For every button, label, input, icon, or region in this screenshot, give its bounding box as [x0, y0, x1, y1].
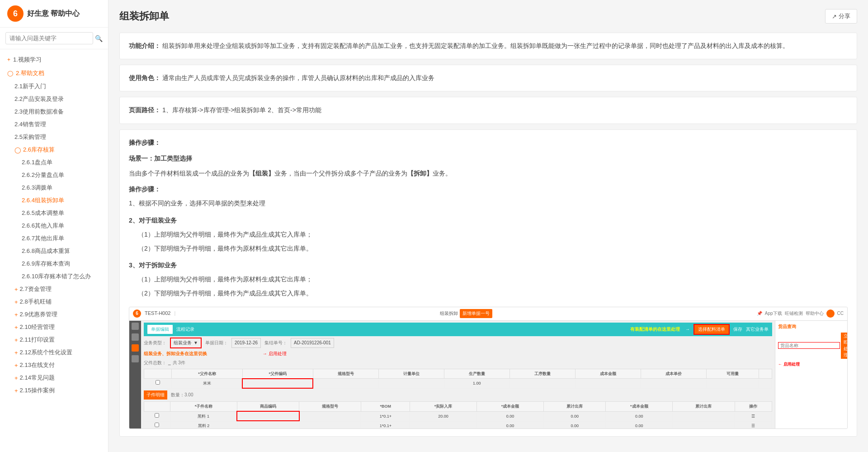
th-check: [144, 369, 172, 379]
btd-name: 黑料 1: [170, 411, 237, 421]
sidebar-item-cat211[interactable]: + 2.11打印设置: [0, 333, 108, 346]
step2-text: 2、对于组装业务: [129, 215, 848, 226]
steps-heading: 操作步骤：: [129, 137, 848, 148]
sidebar-item-sub23[interactable]: 2.3使用前数据准备: [0, 105, 108, 118]
sidebar-item-cat210[interactable]: + 2.10经营管理: [0, 321, 108, 333]
th-cost-unit: 成本单价: [641, 369, 706, 379]
right-annotation: ← 启用处理: [778, 361, 844, 368]
btd-cost2: 0.00: [606, 411, 673, 421]
sidebar-item-sub269[interactable]: 2.6.9库存账本查询: [0, 257, 108, 270]
sidebar-item-sub2610[interactable]: 2.6.10库存账本错了怎么办: [0, 270, 108, 283]
sidebar-item-cat28[interactable]: + 2.8手机旺铺: [0, 295, 108, 308]
td-cost-amt: [575, 379, 641, 388]
scene-label: 场景一：加工类型选择: [129, 153, 848, 164]
app-bar: 6 TEST-H002 | 组装拆卸 新增单据一号 📌 App下载 旺铺检测 帮…: [129, 307, 847, 321]
sidebar-item-sub263[interactable]: 2.6.3调拨单: [0, 181, 108, 194]
btd-check2: [144, 421, 170, 428]
app-username: CC: [837, 309, 844, 318]
sidebar-item-sub26[interactable]: ◯ 2.6库存核算: [0, 143, 108, 156]
sidebar-item-sub261[interactable]: 2.6.1盘点单: [0, 156, 108, 169]
teal-arrow: →: [685, 325, 690, 333]
bottom-info: 数量：3.00: [171, 391, 193, 399]
sidebar-item-cat2[interactable]: ◯ 2.帮助文档: [0, 67, 108, 80]
td-check: [144, 379, 172, 388]
td-process: [509, 379, 575, 388]
scene-desc: 当由多个子件材料组装成一个成品的业务为【组装】业务，当由一个父件拆分成多个子产品…: [129, 168, 848, 179]
form-label-date: 单据日期：: [205, 339, 228, 347]
sidebar-item-sub266[interactable]: 2.6.6其他入库单: [0, 219, 108, 232]
sidebar-item-cat29[interactable]: + 2.9优惠券管理: [0, 308, 108, 321]
app-icon3: 旺铺检测: [785, 309, 803, 318]
form-no-input[interactable]: AD-20191226-001: [291, 338, 334, 348]
form-label-type: 业务类型：: [144, 339, 166, 347]
right-search-row: 立即处理: [778, 333, 844, 359]
bottom-tab: 子件明细: [144, 390, 167, 400]
share-button[interactable]: ↗ 分享: [825, 9, 857, 24]
sidebar-item-cat214[interactable]: + 2.14常见问题: [0, 371, 108, 384]
sidebar-item-sub267[interactable]: 2.6.7其他出库单: [0, 232, 108, 245]
app-icon1: 📌: [757, 309, 762, 318]
type-dropdown-icon: ▼: [193, 339, 198, 347]
sidebar-item-cat212[interactable]: + 2.12系统个性化设置: [0, 346, 108, 359]
plus-icon: +: [14, 324, 18, 331]
sidebar-item-sub268[interactable]: 2.6.8商品成本重算: [0, 245, 108, 257]
teal-btn[interactable]: 选择配料清单: [693, 324, 730, 335]
td-op: [759, 379, 772, 388]
section-label-row: 组装业务、拆卸业务在这里切换 → 启用处理: [144, 350, 772, 358]
table-row: 黑料 1 1*0.1+ 20.00 0.00 0.00 0.00 ☰: [144, 411, 772, 421]
app-name: 好生意 帮助中心: [27, 9, 80, 19]
app-icon4: 帮助中心: [806, 309, 824, 318]
type-value: 组装业务: [174, 339, 192, 347]
teal-extra: 其它业务单: [746, 325, 769, 333]
sidebar-item-sub24[interactable]: 2.4销售管理: [0, 118, 108, 131]
role-card: 使用角色： 通常由生产人员或库管人员完成拆装业务的操作，库管人员确认原材料的出库…: [119, 65, 857, 91]
td-cost-unit: [641, 379, 706, 388]
bth-name: *子件名称: [170, 402, 237, 412]
right-search-input[interactable]: [778, 342, 840, 349]
bth-cum1: 累计出库: [544, 402, 606, 412]
search-input[interactable]: [5, 32, 93, 44]
step2-sub1: （1）上部明细为父件明细，最终作为产成品生成其它入库单；: [138, 229, 848, 240]
main-content: 组装拆卸单 ↗ 分享 功能介绍： 组装拆卸单用来处理企业组装或拆卸等加工业务，支…: [108, 0, 868, 452]
path-text: 1、库存核算->库存管理->组装拆卸单 2、首页->常用功能: [162, 106, 321, 114]
form-label-no: 集结单号：: [264, 339, 287, 347]
sidebar-item-cat1[interactable]: + 1.视频学习: [0, 53, 108, 67]
th-parent-code: *父件编码: [242, 369, 313, 379]
app-bar-sep: |: [174, 309, 175, 318]
btd-cum12: 0.00: [544, 421, 606, 428]
sidebar-item-sub265[interactable]: 2.6.5成本调整单: [0, 207, 108, 219]
plus-icon: +: [14, 362, 18, 369]
app-annotation-right: → 启用处理: [263, 351, 287, 356]
teal-notice: 有装配清单的在这里处理: [630, 325, 680, 333]
td-qty: 1.00: [444, 379, 509, 388]
role-label: 使用角色：: [129, 74, 160, 81]
path-card: 页面路径： 1、库存核算->库存管理->组装拆卸单 2、首页->常用功能: [119, 97, 857, 124]
sidebar: 6 好生意 帮助中心 🔍 + 1.视频学习 ◯ 2.帮助文档 2.1新手入门 2…: [0, 0, 108, 452]
sidebar-item-cat27[interactable]: + 2.7资金管理: [0, 283, 108, 295]
form-date-input[interactable]: 2019-12-26: [231, 338, 261, 348]
btd-cum22: [673, 421, 735, 428]
search-icon[interactable]: 🔍: [95, 35, 103, 42]
sidebar-item-sub21[interactable]: 2.1新手入门: [0, 80, 108, 93]
table-row: 黑料 2 1*0.1+ 0.00 0.00 0.00 ☰: [144, 421, 772, 428]
app-bottom-section: 子件明细 数量：3.00: [144, 390, 772, 400]
sidebar-item-cat213[interactable]: + 2.13在线支付: [0, 359, 108, 371]
app-table-bottom: *子件名称 商品编码 规格型号 *BOM *实际入库 *成本金额 累计出库 *成…: [144, 401, 772, 428]
bth-op: 操作: [735, 402, 772, 412]
btd-cost12: 0.00: [477, 421, 544, 428]
form-type-input[interactable]: 组装业务 ▼: [170, 338, 202, 348]
app-new-btn[interactable]: 新增单据一号: [460, 309, 492, 318]
sidebar-item-cat215[interactable]: + 2.15操作案例: [0, 384, 108, 397]
feature-intro-card: 功能介绍： 组装拆卸单用来处理企业组装或拆卸等加工业务，支持有固定装配清单的产品…: [119, 33, 857, 59]
expand-icon: +: [7, 57, 10, 63]
sidebar-item-sub22[interactable]: 2.2产品安装及登录: [0, 93, 108, 105]
right-confirm-btn[interactable]: 立即处理: [841, 333, 848, 359]
app-right-panel: 货品查询 立即处理 ← 启用处理: [775, 321, 847, 428]
nav-tree: + 1.视频学习 ◯ 2.帮助文档 2.1新手入门 2.2产品安装及登录 2.3…: [0, 49, 108, 452]
sidebar-item-sub264[interactable]: 2.6.4组装拆卸单: [0, 194, 108, 207]
btd-actual: 20.00: [410, 411, 477, 421]
sidebar-item-sub25[interactable]: 2.5采购管理: [0, 131, 108, 143]
left-icon2: [132, 333, 139, 341]
sidebar-item-sub262[interactable]: 2.6.2分量盘点单: [0, 169, 108, 181]
role-text: 通常由生产人员或库管人员完成拆装业务的操作，库管人员确认原材料的出库和产成品的入…: [162, 74, 434, 81]
